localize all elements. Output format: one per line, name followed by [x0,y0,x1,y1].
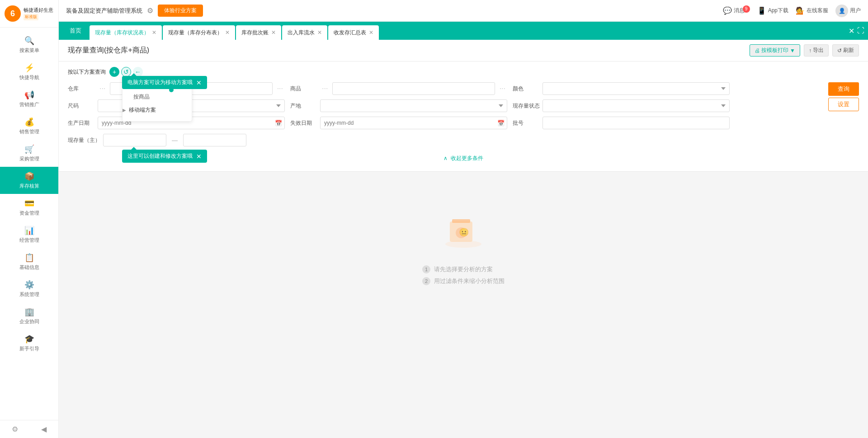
tab-close-collect[interactable]: ✕ [369,29,373,36]
goods-dots[interactable]: ··· [320,85,330,93]
logo-area: 6 畅捷通好生意 标准版 [0,0,58,28]
logo-text: 畅捷通好生意 标准版 [24,7,53,20]
fullscreen-btn[interactable]: ⛶ [857,27,864,35]
message-action[interactable]: 💬 消息 9 [723,6,750,15]
sidebar-item-purchase[interactable]: 🛒 采购管理 [0,140,58,167]
refresh-btn[interactable]: ↺ 刷新 [832,44,859,57]
calendar-icon: 📅 [275,120,282,127]
reset-btn[interactable]: 设置 [828,98,859,111]
add-scheme-btn[interactable]: + [109,67,119,77]
tab-close-inventory-status[interactable]: ✕ [152,29,156,36]
app-icon: 📱 [757,6,766,15]
expiry-date-input[interactable] [320,117,507,129]
sidebar-item-enterprise[interactable]: 🏢 企业协同 [0,302,58,330]
search-icon: 🔍 [24,36,34,46]
collapse-sidebar-btn[interactable]: ◀ [41,425,47,433]
empty-steps: 1 请先选择要分析的方案 2 用过滤条件来缩小分析范围 [422,265,505,289]
dropdown-icon: ▼ [790,47,795,54]
support-icon: 💁 [796,6,805,15]
experience-btn[interactable]: 体验行业方案 [158,5,203,17]
settings-bottom-icon[interactable]: ⚙ [12,425,18,433]
scheme-popup-close[interactable]: ✕ [196,79,202,86]
expiry-date-wrap: 📅 [320,117,507,129]
scheme-group-mobile-header[interactable]: ▶ 移动端方案 [123,104,192,116]
export-icon: ↑ [809,47,811,54]
tab-inventory-status[interactable]: 现存量（库存状况表） ✕ [90,25,162,40]
edit-popup-close[interactable]: ✕ [196,153,202,160]
empty-state: 😐 1 请先选择要分析的方案 2 用过滤条件来缩小分析范围 [59,172,868,325]
stock-main-to[interactable] [183,134,246,146]
expand-arrow-mobile-icon: ▶ [123,108,126,113]
sidebar-bottom: ⚙ ◀ [0,420,58,438]
shortcut-icon: ⚡ [24,63,34,73]
dot-indicator [169,88,174,92]
settings-icon[interactable]: ⚙ [147,6,153,15]
sidebar-item-guide[interactable]: 🎓 新手引导 [0,330,58,357]
warehouse-dots[interactable]: ··· [98,85,107,93]
tab-inventory-dist[interactable]: 现存量（库存分布表） ✕ [163,25,235,40]
sidebar-item-sales[interactable]: 💰 销售管理 [0,113,58,140]
edit-popup: 这里可以创建和修改方案哦 ✕ [122,150,207,163]
sidebar-item-system[interactable]: ⚙️ 系统管理 [0,275,58,302]
field-goods: 商品 ··· ··· [290,82,507,95]
step-2-num: 2 [422,277,430,285]
empty-step-1: 1 请先选择要分析的方案 [422,265,505,273]
page-actions: 🖨 按模板打印 ▼ ↑ 导出 ↺ 刷新 [750,44,859,57]
filter-actions: + ↺ ← [109,67,143,77]
tab-close-inout[interactable]: ✕ [317,29,322,36]
stock-status-select[interactable] [542,99,730,112]
color-select[interactable] [542,82,730,95]
tabbar-right: ✕ ⛶ [849,27,864,35]
tab-batch[interactable]: 库存批次账 ✕ [236,25,281,40]
tab-inout[interactable]: 出入库流水 ✕ [282,25,327,40]
field-origin: 产地 [290,99,507,112]
search-btn[interactable]: 查询 [828,82,859,96]
close-all-tabs-btn[interactable]: ✕ [849,27,854,35]
inventory-icon: 📦 [24,171,34,181]
purchase-icon: 🛒 [24,144,34,154]
sidebar-item-base[interactable]: 📋 基础信息 [0,248,58,275]
export-btn[interactable]: ↑ 导出 [804,44,829,57]
user-action[interactable]: 👤 用户 [835,5,861,17]
svg-text:😐: 😐 [459,227,469,237]
page-header: 现存量查询(按仓库+商品) 🖨 按模板打印 ▼ ↑ 导出 ↺ 刷新 [59,40,868,61]
sidebar-item-inventory[interactable]: 📦 库存核算 [0,167,58,194]
content-area: 现存量查询(按仓库+商品) 🖨 按模板打印 ▼ ↑ 导出 ↺ 刷新 [59,40,868,438]
template-print-btn[interactable]: 🖨 按模板打印 ▼ [750,44,800,57]
tab-close-inventory-dist[interactable]: ✕ [225,29,230,36]
tab-close-batch[interactable]: ✕ [271,29,276,36]
sidebar-item-marketing[interactable]: 📢 营销推广 [0,85,58,113]
sidebar-item-search[interactable]: 🔍 搜索菜单 [0,31,58,58]
stock-main-from[interactable] [103,134,166,146]
scheme-popup: 电脑方案可设为移动方案哦 ✕ [122,76,207,89]
system-icon: ⚙️ [24,280,34,290]
scheme-item-by-goods[interactable]: 按商品 [123,91,192,103]
sidebar-nav: 🔍 搜索菜单 ⚡ 快捷导航 📢 营销推广 💰 销售管理 🛒 采购管理 📦 库存核… [0,28,58,420]
sidebar-item-operations[interactable]: 📊 经营管理 [0,221,58,248]
tab-collect[interactable]: 收发存汇总表 ✕ [328,25,379,40]
warehouse-dots2[interactable]: ··· [275,85,285,93]
app-action[interactable]: 📱 App下载 [757,6,788,15]
tab-home[interactable]: 首页 [62,22,89,40]
svg-rect-2 [452,219,470,223]
topbar: 装备及固定资产辅助管理系统 ⚙ 体验行业方案 💬 消息 9 📱 App下载 💁 … [59,0,868,22]
message-icon: 💬 [723,6,732,15]
filter-label: 按以下方案查询 [68,68,106,76]
sidebar-item-finance[interactable]: 💳 资金管理 [0,194,58,221]
origin-select[interactable] [320,99,507,112]
range-sep: — [169,137,180,144]
step-1-num: 1 [422,265,430,273]
batch-input[interactable] [542,117,730,129]
goods-dots2[interactable]: ··· [498,85,507,93]
base-icon: 📋 [24,253,34,263]
sidebar-item-shortcut[interactable]: ⚡ 快捷导航 [0,58,58,85]
refresh-scheme-btn[interactable]: ↺ [121,67,131,77]
finance-icon: 💳 [24,198,34,208]
collapse-icon: ∧ [443,155,448,161]
avatar: 👤 [835,5,848,17]
message-badge: 9 [743,5,750,13]
guide-icon: 🎓 [24,334,34,344]
goods-input[interactable] [332,82,495,95]
support-action[interactable]: 💁 在线客服 [796,6,828,15]
field-color: 颜色 [513,82,730,95]
